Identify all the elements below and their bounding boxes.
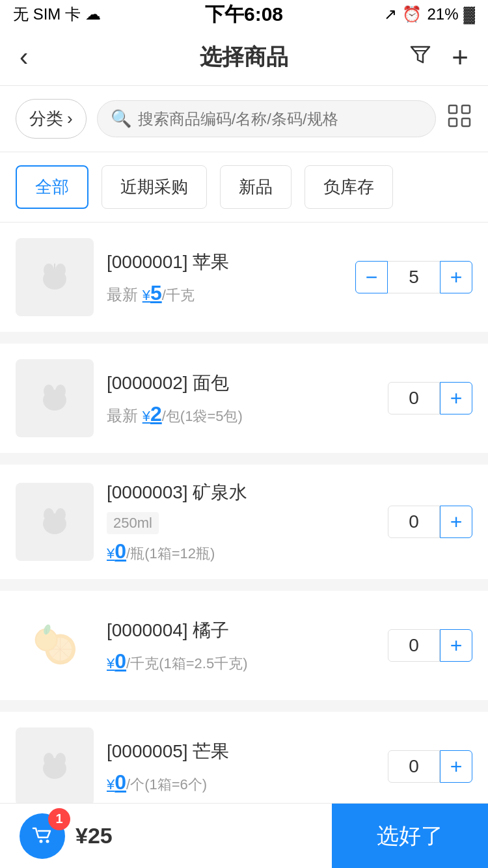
product-item: [0000004] 橘子 ¥0/千克(1箱=2.5千克) +	[0, 591, 488, 700]
product-image	[16, 483, 94, 561]
product-price: ¥0/瓶(1箱=12瓶)	[107, 539, 375, 563]
search-box: 🔍	[97, 100, 436, 137]
location-icon: ↗	[384, 5, 397, 23]
qty-control: +	[388, 506, 472, 538]
tab-bar: 全部 近期采购 新品 负库存	[0, 152, 488, 223]
qty-control: +	[388, 750, 472, 783]
qty-plus-button[interactable]: +	[440, 382, 472, 414]
product-price: 最新 ¥5/千克	[107, 281, 342, 305]
qty-control: +	[388, 382, 472, 414]
qty-input[interactable]	[388, 382, 440, 414]
products-list: [0000001] 苹果 最新 ¥5/千克 − + [0000002] 面包 最…	[0, 223, 488, 868]
svg-marker-0	[411, 47, 429, 62]
page-title: 选择商品	[200, 42, 288, 72]
product-spec: 250ml	[107, 512, 159, 534]
product-price: 最新 ¥2/包(1袋=5包)	[107, 402, 375, 426]
qty-input[interactable]	[388, 750, 440, 783]
search-input[interactable]	[138, 110, 422, 128]
status-time: 下午6:08	[205, 1, 283, 28]
category-button[interactable]: 分类 ›	[16, 99, 87, 139]
sim-text: 无 SIM 卡 ☁	[13, 4, 101, 25]
nav-bar: ‹ 选择商品 +	[0, 29, 488, 86]
cart-badge: 1	[48, 808, 70, 830]
status-left: 无 SIM 卡 ☁	[13, 4, 101, 25]
product-name: [0000001] 苹果	[107, 250, 342, 275]
nav-actions: +	[409, 41, 468, 74]
qty-input[interactable]	[388, 629, 440, 662]
status-bar: 无 SIM 卡 ☁ 下午6:08 ↗ ⏰ 21% ▓	[0, 0, 488, 29]
confirm-button[interactable]: 选好了	[332, 804, 488, 868]
product-price: ¥0/个(1箱=6个)	[107, 770, 375, 794]
category-label: 分类	[29, 107, 63, 130]
svg-point-12	[55, 385, 66, 398]
product-item: [0000003] 矿泉水 250ml ¥0/瓶(1箱=12瓶) +	[0, 465, 488, 579]
qty-control: − +	[355, 261, 472, 293]
tab-all[interactable]: 全部	[16, 165, 88, 209]
cart-icon-wrap[interactable]: 1	[20, 813, 65, 859]
product-name: [0000004] 橘子	[107, 618, 375, 643]
product-image	[16, 727, 94, 806]
svg-point-28	[55, 753, 66, 766]
cart-total: ¥25	[75, 823, 113, 848]
svg-point-7	[44, 264, 54, 277]
product-item: [0000002] 面包 最新 ¥2/包(1袋=5包) +	[0, 344, 488, 453]
svg-rect-2	[449, 105, 457, 113]
qty-control: +	[388, 629, 472, 662]
product-info: [0000001] 苹果 最新 ¥5/千克	[107, 250, 342, 305]
search-icon: 🔍	[111, 109, 131, 129]
product-info: [0000003] 矿泉水 250ml ¥0/瓶(1箱=12瓶)	[107, 480, 375, 563]
svg-point-27	[44, 753, 54, 766]
svg-rect-3	[462, 105, 470, 113]
qty-plus-button[interactable]: +	[440, 506, 472, 538]
filter-bar: 分类 › 🔍	[0, 86, 488, 152]
svg-point-11	[44, 385, 54, 398]
product-image	[16, 606, 94, 685]
product-info: [0000005] 芒果 ¥0/个(1箱=6个)	[107, 739, 375, 794]
product-image	[16, 359, 94, 437]
svg-point-14	[44, 508, 54, 521]
add-icon[interactable]: +	[452, 41, 468, 74]
qty-input[interactable]	[388, 261, 440, 293]
alarm-icon: ⏰	[402, 5, 422, 23]
product-price: ¥0/千克(1箱=2.5千克)	[107, 649, 375, 673]
svg-point-36	[46, 839, 49, 843]
bottom-bar: 1 ¥25 选好了	[0, 803, 488, 868]
product-item: [0000001] 苹果 最新 ¥5/千克 − +	[0, 223, 488, 332]
qty-plus-button[interactable]: +	[440, 261, 472, 293]
product-info: [0000004] 橘子 ¥0/千克(1箱=2.5千克)	[107, 618, 375, 673]
battery-icon: ▓	[464, 5, 476, 23]
product-name: [0000005] 芒果	[107, 739, 375, 764]
filter-icon[interactable]	[409, 43, 432, 72]
qty-plus-button[interactable]: +	[440, 629, 472, 662]
product-name: [0000002] 面包	[107, 371, 375, 396]
qty-minus-button[interactable]: −	[355, 261, 388, 293]
tab-new[interactable]: 新品	[220, 165, 291, 209]
back-button[interactable]: ‹	[20, 42, 28, 72]
svg-point-8	[55, 264, 66, 277]
cart-section: 1 ¥25	[0, 813, 332, 859]
product-image	[16, 238, 94, 316]
battery-text: 21%	[427, 5, 458, 23]
tab-recent[interactable]: 近期采购	[102, 165, 207, 209]
scan-icon[interactable]	[446, 103, 472, 135]
qty-plus-button[interactable]: +	[440, 750, 472, 783]
svg-point-35	[40, 839, 43, 843]
qty-input[interactable]	[388, 506, 440, 538]
svg-rect-4	[449, 118, 457, 126]
category-chevron: ›	[67, 109, 73, 129]
product-info: [0000002] 面包 最新 ¥2/包(1袋=5包)	[107, 371, 375, 426]
svg-point-15	[55, 508, 66, 521]
svg-rect-5	[462, 118, 470, 126]
status-right: ↗ ⏰ 21% ▓	[384, 5, 475, 23]
product-name: [0000003] 矿泉水	[107, 480, 375, 505]
tab-negative[interactable]: 负库存	[305, 165, 393, 209]
